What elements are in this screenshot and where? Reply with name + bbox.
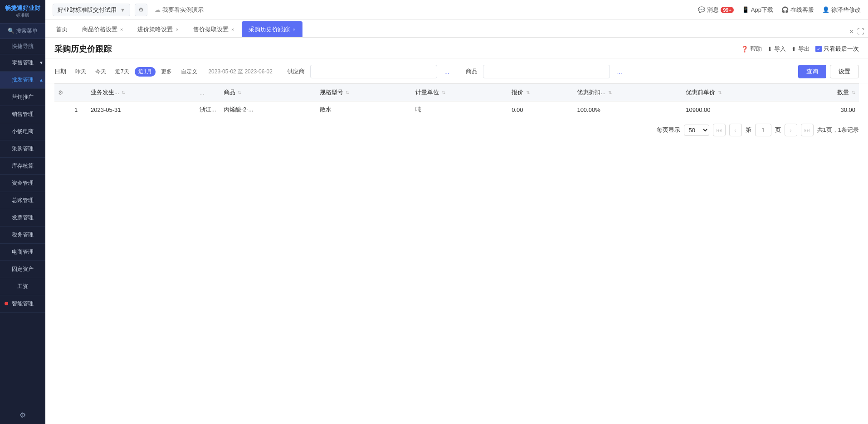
sidebar-item-tax[interactable]: 税务管理 (0, 226, 45, 244)
gear-icon: ⚙ (138, 6, 144, 13)
sidebar-salary-label: 工资 (17, 283, 28, 290)
col-price[interactable]: 报价 ⇅ (508, 84, 573, 101)
sidebar-purchase-label: 采购管理 (12, 145, 34, 153)
col-date-label: 业务发生... (91, 89, 119, 96)
demo-link[interactable]: ☁ 我要看实例演示 (155, 6, 204, 14)
sidebar-item-asset[interactable]: 固定资产 (0, 261, 45, 278)
last-only-checkbox[interactable]: ✓ (815, 46, 822, 52)
date-tab-more[interactable]: 更多 (157, 67, 176, 77)
col-dots[interactable]: ... (196, 84, 220, 101)
sidebar-item-purchase[interactable]: 采购管理 (0, 140, 45, 158)
sidebar-sales-label: 销售管理 (12, 111, 34, 118)
date-tab-last1m[interactable]: 近1月 (135, 67, 156, 77)
import-icon: ⬇ (767, 46, 772, 53)
date-tab-yesterday[interactable]: 昨天 (72, 67, 90, 77)
supplier-input[interactable] (310, 65, 437, 78)
tab-sale-close[interactable]: × (231, 27, 234, 32)
app-download-button[interactable]: 📱 App下载 (742, 6, 773, 14)
tab-strategy[interactable]: 进价策略设置 × (131, 21, 185, 37)
last-only-checkbox-label[interactable]: ✓ 只看最后一次 (815, 45, 859, 53)
sidebar-item-salary[interactable]: 工资 (0, 278, 45, 295)
sidebar-item-sales[interactable]: 销售管理 (0, 106, 45, 123)
sidebar-asset-label: 固定资产 (12, 265, 34, 273)
page-next-button[interactable]: › (785, 124, 797, 136)
sidebar-item-wholesale[interactable]: 批发管理 ▲ (0, 72, 45, 89)
product-selector[interactable]: 好业财标准版交付试用 ▼ (53, 4, 130, 16)
tab-price[interactable]: 商品价格设置 × (75, 21, 130, 37)
date-tab-today[interactable]: 今天 (92, 67, 110, 77)
import-button[interactable]: ⬇ 导入 (767, 45, 786, 53)
sidebar-item-inventory[interactable]: 库存核算 (0, 158, 45, 175)
page-header: 采购历史价跟踪 ❓ 帮助 ⬇ 导入 ⬆ 导出 ✓ (45, 38, 868, 58)
content-area: 采购历史价跟踪 ❓ 帮助 ⬇ 导入 ⬆ 导出 ✓ (45, 38, 868, 424)
col-gear[interactable]: ⚙ (54, 84, 71, 101)
user-menu[interactable]: 👤 徐泽华修改 (822, 6, 861, 14)
page-number-input[interactable] (755, 124, 771, 136)
sort-date-icon: ⇅ (122, 90, 125, 95)
app-download-label: App下载 (751, 6, 773, 14)
col-spec-label: 规格型号 (320, 89, 343, 96)
col-unit[interactable]: 计量单位 ⇅ (412, 84, 508, 101)
sidebar-item-quicknav[interactable]: 快捷导航 (0, 39, 45, 54)
col-date[interactable]: 业务发生... ⇅ (87, 84, 196, 101)
filter-row-date: 日期 昨天 今天 近7天 近1月 更多 自定义 2023-05-02 至 202… (54, 65, 859, 78)
product-input[interactable] (483, 65, 610, 78)
product-more-btn[interactable]: ... (615, 68, 624, 75)
topbar-gear-button[interactable]: ⚙ (135, 4, 147, 16)
sidebar-gear-button[interactable]: ⚙ (0, 406, 45, 424)
sidebar-item-retail[interactable]: 零售管理 ▼ (0, 54, 45, 72)
tab-maximize-button[interactable]: ⛶ (857, 28, 864, 35)
col-pre-discount-price[interactable]: 优惠前单价 ⇅ (682, 84, 793, 101)
table-wrapper: ⚙ 业务发生... ⇅ ... 商品 (45, 83, 868, 118)
online-service-label: 在线客服 (790, 6, 814, 14)
tab-sale[interactable]: 售价提取设置 × (186, 21, 241, 37)
sidebar-item-search[interactable]: 🔍 搜索菜单 (0, 24, 45, 39)
tab-strategy-close[interactable]: × (176, 27, 178, 32)
col-quantity-label: 数量 (837, 89, 849, 96)
tab-sale-label: 售价提取设置 (193, 25, 229, 34)
sidebar-item-ecommerce[interactable]: 电商管理 (0, 244, 45, 261)
help-button[interactable]: ❓ 帮助 (741, 45, 762, 53)
tab-price-label: 商品价格设置 (82, 25, 117, 34)
sidebar-item-ecommerce-small[interactable]: 小畅电商 (0, 123, 45, 140)
messages-button[interactable]: 💬 消息 99+ (698, 6, 734, 14)
date-filter-label: 日期 (54, 67, 66, 76)
tab-close-button[interactable]: × (849, 28, 853, 35)
tab-purchase-history-close[interactable]: × (293, 27, 295, 32)
export-button[interactable]: ⬆ 导出 (791, 45, 810, 53)
page-last-button[interactable]: ⏭ (801, 124, 814, 136)
query-button[interactable]: 查询 (798, 65, 826, 78)
sidebar-item-ledger[interactable]: 总账管理 (0, 192, 45, 209)
col-unit-label: 计量单位 (415, 89, 439, 96)
date-tab-custom[interactable]: 自定义 (177, 67, 201, 77)
sidebar-item-smart[interactable]: 智能管理 (0, 295, 45, 313)
page-first-button[interactable]: ⏮ (713, 124, 726, 136)
topbar-right: 💬 消息 99+ 📱 App下载 🎧 在线客服 👤 徐泽华修改 (698, 6, 861, 14)
sidebar-item-capital[interactable]: 资金管理 (0, 175, 45, 192)
sidebar-retail-label: 零售管理 (12, 59, 34, 67)
settings-button[interactable]: 设置 (830, 65, 859, 78)
col-discount[interactable]: 优惠折扣... ⇅ (573, 84, 682, 101)
cell-date: 2023-05-31 (87, 101, 196, 118)
tab-home[interactable]: 首页 (49, 21, 74, 37)
sidebar-item-marketing[interactable]: 营销推广 (0, 89, 45, 106)
tab-price-close[interactable]: × (120, 27, 123, 32)
sort-discount-icon: ⇅ (608, 90, 612, 95)
page-size-select[interactable]: 50 20 100 200 (684, 125, 709, 136)
page-size-label: 每页显示 (657, 126, 680, 134)
sort-quantity-icon: ⇅ (852, 90, 855, 95)
chevron-up-icon: ▲ (39, 77, 44, 82)
page-unit: 页 (775, 126, 781, 134)
chevron-down-icon: ▼ (39, 60, 44, 65)
supplier-more-btn[interactable]: ... (443, 68, 451, 75)
sidebar-item-invoice[interactable]: 发票管理 (0, 209, 45, 226)
table-gear-icon[interactable]: ⚙ (58, 89, 63, 96)
date-tabs: 昨天 今天 近7天 近1月 更多 自定义 (72, 67, 201, 77)
tab-purchase-history[interactable]: 采购历史价跟踪 × (242, 21, 302, 37)
page-prev-button[interactable]: ‹ (729, 124, 742, 136)
col-quantity[interactable]: 数量 ⇅ (794, 84, 859, 101)
col-spec[interactable]: 规格型号 ⇅ (316, 84, 412, 101)
col-product[interactable]: 商品 ⇅ (220, 84, 316, 101)
online-service-button[interactable]: 🎧 在线客服 (781, 6, 814, 14)
date-tab-last7[interactable]: 近7天 (112, 67, 133, 77)
